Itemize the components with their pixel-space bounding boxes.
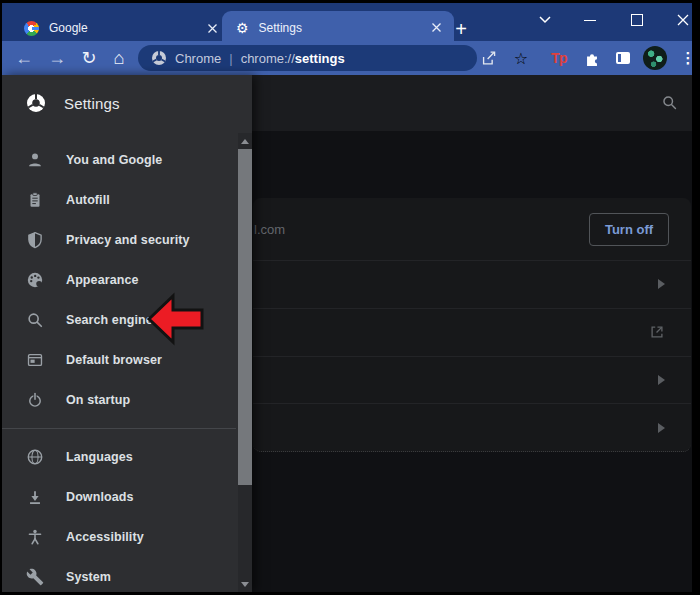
tab-title: Google	[49, 21, 194, 35]
chevron-right-icon	[658, 423, 665, 433]
page-title: Settings	[64, 95, 120, 112]
menu-item-accessibility[interactable]: Accessibility	[2, 517, 236, 557]
account-row[interactable]: l.com Turn off	[253, 198, 691, 260]
tab-title: Settings	[259, 21, 418, 35]
chevron-right-icon	[658, 279, 665, 289]
settings-content-header	[252, 75, 692, 131]
settings-row[interactable]	[253, 403, 691, 451]
settings-card: l.com Turn off	[253, 198, 691, 452]
accessibility-person-icon	[26, 528, 44, 546]
account-email-fragment: l.com	[254, 222, 285, 237]
bookmark-star-icon[interactable]: ☆	[507, 45, 535, 71]
overflow-menu-icon[interactable]: ⋮	[674, 45, 700, 71]
menu-divider	[2, 428, 236, 429]
menu-item-you-and-google[interactable]: You and Google	[2, 140, 236, 180]
chrome-logo-icon	[151, 50, 167, 66]
close-button[interactable]	[668, 8, 698, 32]
shield-icon	[26, 231, 44, 249]
url-text: chrome://settings	[241, 51, 345, 66]
google-favicon-icon	[24, 21, 39, 36]
drawer-header: Settings	[2, 75, 252, 131]
settings-row[interactable]	[253, 356, 691, 404]
settings-drawer: Settings You and Google Autofill	[2, 75, 252, 592]
drawer-scrollbar[interactable]	[238, 133, 252, 592]
settings-row[interactable]	[253, 308, 691, 356]
extension-tp-icon[interactable]: Tp	[545, 45, 573, 71]
profile-avatar[interactable]	[641, 45, 669, 71]
chevron-right-icon	[658, 375, 665, 385]
menu-item-default-browser[interactable]: Default browser	[2, 340, 236, 380]
power-icon	[26, 391, 44, 409]
tab-close-icon[interactable]	[204, 20, 220, 36]
extensions-puzzle-icon[interactable]	[578, 45, 606, 71]
address-bar[interactable]: Chrome | chrome://settings	[138, 45, 477, 71]
chrome-logo-icon	[26, 93, 46, 113]
new-tab-button[interactable]: +	[448, 16, 474, 42]
menu-item-privacy-and-security[interactable]: Privacy and security	[2, 220, 236, 260]
reload-icon[interactable]: ↻	[76, 45, 102, 71]
site-label: Chrome	[175, 51, 221, 66]
maximize-button[interactable]	[622, 8, 652, 32]
home-icon[interactable]: ⌂	[106, 45, 132, 71]
palette-icon	[26, 271, 44, 289]
address-separator: |	[229, 51, 232, 66]
browser-toolbar: ← → ↻ ⌂ Chrome | chrome://settings ☆ Tp	[2, 41, 692, 75]
download-icon	[26, 488, 44, 506]
settings-menu: You and Google Autofill Privacy and secu…	[2, 140, 236, 595]
menu-item-autofill[interactable]: Autofill	[2, 180, 236, 220]
tab-search-chevron-icon[interactable]	[530, 8, 560, 32]
settings-row[interactable]	[253, 260, 691, 308]
scrollbar-thumb[interactable]	[238, 149, 252, 485]
share-icon[interactable]	[475, 45, 503, 71]
turn-off-button[interactable]: Turn off	[589, 213, 669, 246]
scroll-down-icon[interactable]	[238, 577, 252, 591]
tab-strip: Google ⚙ Settings +	[2, 3, 692, 41]
settings-page-content: l.com Turn off	[252, 75, 692, 592]
search-settings-icon[interactable]	[661, 94, 678, 111]
clipboard-icon	[26, 191, 44, 209]
minimize-button[interactable]	[575, 8, 605, 32]
forward-icon[interactable]: →	[44, 45, 70, 71]
red-arrow-annotation	[147, 292, 205, 346]
tab-settings[interactable]: ⚙ Settings	[222, 11, 454, 44]
tab-close-icon[interactable]	[428, 20, 444, 36]
magnifier-icon	[26, 311, 44, 329]
browser-window-icon	[26, 351, 44, 369]
tab-google[interactable]: Google	[12, 13, 230, 43]
browser-window: Google ⚙ Settings + ← → ↻ ⌂	[0, 0, 700, 595]
menu-item-system[interactable]: System	[2, 557, 236, 595]
scroll-up-icon[interactable]	[238, 134, 252, 148]
menu-item-downloads[interactable]: Downloads	[2, 477, 236, 517]
external-link-icon	[649, 324, 665, 340]
wrench-icon	[26, 568, 44, 586]
globe-icon	[26, 448, 44, 466]
menu-item-languages[interactable]: Languages	[2, 437, 236, 477]
person-icon	[26, 151, 44, 169]
side-panel-icon[interactable]	[609, 45, 637, 71]
back-icon[interactable]: ←	[11, 45, 37, 71]
gear-favicon-icon: ⚙	[236, 21, 249, 35]
menu-item-on-startup[interactable]: On startup	[2, 380, 236, 420]
